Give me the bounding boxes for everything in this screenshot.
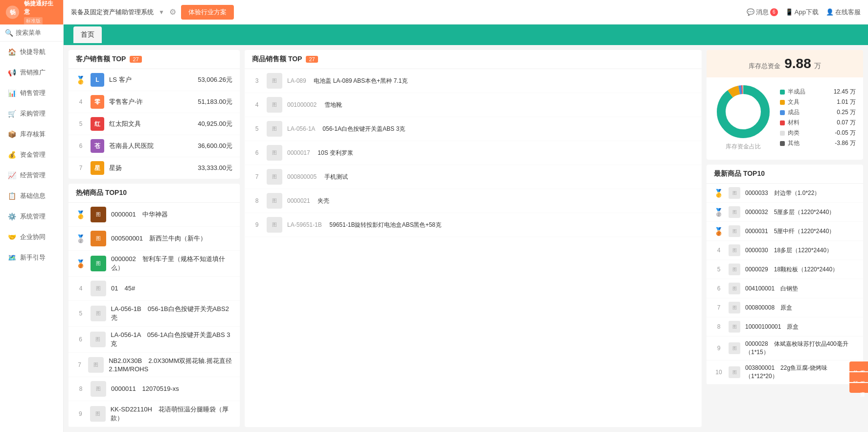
service-community-btn[interactable]: 服务社区 [849,372,868,382]
hot-product-img-2: 图 [91,231,106,246]
home-icon: 🏠 [7,48,16,56]
messages-btn[interactable]: 💬 消息 6 [747,8,778,17]
sidebar-nav: 🏠 快捷导航 📢 营销推广 📊 销售管理 🛒 采购管理 📦 库存核算 💰 资金管… [0,42,63,432]
hot-product-info-2: 000500001 新西兰牛肉（新牛） [111,234,206,243]
hot-product-5: 5 图 LA-056-1B 056-1B白色按键开关壳ABS2壳 [69,301,240,327]
rank-item-4: 4 零 零售客户-许 51,183.00元 [69,91,240,113]
marketing-icon: 📢 [7,68,16,77]
trial-button[interactable]: 体验行业方案 [181,5,234,20]
legend-label-5: 其他 [788,139,832,147]
logo-text: 畅捷通好生意 [24,0,58,16]
goods-img-5: 图 [267,121,282,137]
sidebar-item-inventory[interactable]: 📦 库存核算 [0,124,63,144]
hot-product-info-1: 0000001 中华神器 [111,210,168,219]
hot-rank-num-9: 9 [76,410,85,417]
hot-rank-medal-2: 🥈 [76,234,86,243]
sidebar-item-enterprise[interactable]: 🤝 企业协同 [0,227,63,247]
goods-rank-8: 8 图 0000021 夹壳 [245,189,702,213]
goods-img-3: 图 [267,73,282,89]
sidebar-item-system[interactable]: ⚙️ 系统管理 [0,206,63,227]
sidebar-item-shortcuts[interactable]: 🏠 快捷导航 [0,42,63,62]
goods-info-9: LA-59651-1B 59651-1B旋转投影灯电池盒ABS黑色+58克 [287,221,694,229]
new-rank-5: 5 [714,266,724,273]
new-product-img-3: 图 [729,225,740,237]
hot-products-panel: 热销商品 TOP10 🥇 图 0000001 中华神器 🥈 [69,184,240,427]
new-product-info-5: 0000029 18颗粒板（1220*2440） [745,265,856,274]
inventory-panel: 库存总资金 9.88 万 [707,50,863,160]
dropdown-icon[interactable]: ▼ [159,9,164,16]
hot-product-info-6: LA-056-1A 056-1A白色按键开关盖ABS 3克 [111,331,232,348]
service-live-btn[interactable]: 直播 [849,383,868,393]
system-name: 装备及固定资产辅助管理系统 [71,8,154,17]
newest-products-panel: 最新商品 TOP10 🥇 图 0000033 封边带（1.0*22） 🥈 图 0… [707,165,863,384]
goods-rank-num-3: 3 [252,77,262,84]
search-label: 搜索菜单 [16,28,41,37]
inventory-amount: 9.88 [784,56,811,71]
basic-info-icon: 📋 [7,192,16,200]
phone-icon: 📱 [785,8,793,16]
online-service-btn[interactable]: 👤 在线客服 [826,8,861,17]
new-product-6: 6 图 004100001 白钢垫 [707,279,863,298]
sidebar-item-sales[interactable]: 📊 销售管理 [0,83,63,103]
newest-products-header: 最新商品 TOP10 [707,165,863,184]
rank-name-6: 苍南县人民医院 [109,142,193,150]
goods-info-3: LA-089 电池盖 LA-089 ABS本色+黑种 7.1克 [287,77,694,85]
app-download-btn[interactable]: 📱 App下载 [785,8,819,17]
goods-rank-num-7: 7 [252,173,262,180]
rank-medal-1: 🥇 [76,75,86,85]
rank-name-1: LS 客户 [109,75,193,84]
new-product-img-2: 图 [729,206,740,218]
rank-name-5: 红太阳文具 [109,120,193,128]
service-hotline-btn[interactable]: 客服热线 [849,361,868,371]
nav-label-shortcuts: 快捷导航 [20,48,46,56]
goods-rank-badge: 27 [306,56,318,63]
middle-panel: 商品销售额 TOP 27 3 图 LA-089 电池盖 LA-089 ABS本色… [245,50,702,427]
breadcrumb-home[interactable]: 首页 [73,26,102,43]
sidebar-item-marketing[interactable]: 📢 营销推广 [0,62,63,83]
legend-item-2: 成品 0.25 万 [780,108,856,117]
newest-products-list: 🥇 图 0000033 封边带（1.0*22） 🥈 图 0000032 5厘多层… [707,184,863,384]
customer-rank-header: 客户销售额 TOP 27 [69,50,240,69]
hot-product-1: 🥇 图 0000001 中华神器 [69,203,240,227]
sidebar-item-finance[interactable]: 💰 资金管理 [0,144,63,165]
new-product-info-4: 0000030 18多层（1220*2440） [745,246,856,255]
goods-rank-5: 5 图 LA-056-1A 056-1A白色按键开关盖ABS 3克 [245,117,702,141]
new-rank-6: 6 [714,285,724,292]
sidebar-item-guide[interactable]: 🗺️ 新手引导 [0,247,63,268]
hot-rank-medal-3: 🥉 [76,259,86,268]
header-right: 💬 消息 6 📱 App下载 👤 在线客服 [747,8,861,17]
new-rank-8: 8 [714,323,724,330]
rank-num-4: 4 [76,98,86,105]
hot-product-7: 7 图 NB2.0X30B 2.0X30MM双摇花轴.摇花直径2.1MM/ROH… [69,353,240,377]
hot-product-img-3: 图 [91,256,106,271]
sidebar-item-purchase[interactable]: 🛒 采购管理 [0,103,63,124]
avatar-6: 苍 [91,139,104,153]
search-menu[interactable]: 🔍 搜索菜单 [0,24,63,42]
goods-info-5: LA-056-1A 056-1A白色按键开关盖ABS 3克 [287,125,694,133]
hot-product-9: 9 图 KK-SD22110H 花语萌恒温分腿睡袋（厚款） [69,401,240,427]
new-rank-4: 4 [714,247,724,254]
settings-icon[interactable]: ⚙ [169,7,176,17]
sidebar-item-basic-info[interactable]: 📋 基础信息 [0,186,63,206]
nav-label-inventory: 库存核算 [20,130,46,139]
avatar-5: 红 [91,117,104,131]
breadcrumb-home-label: 首页 [81,30,94,38]
new-product-7: 7 图 000800008 原盒 [707,298,863,317]
breadcrumb-bar: 首页 [64,24,868,45]
customer-rank-badge: 27 [130,56,141,63]
goods-img-7: 图 [267,169,282,185]
new-rank-9: 9 [714,345,724,352]
goods-rank-header: 商品销售额 TOP 27 [245,50,702,69]
sidebar-item-operations[interactable]: 📈 经营管理 [0,165,63,186]
hot-rank-num-8: 8 [76,385,86,392]
finance-icon: 💰 [7,150,16,159]
legend-value-2: 0.25 万 [837,108,856,117]
rank-item-6: 6 苍 苍南县人民医院 36,600.00元 [69,135,240,157]
service-float: 客服热线 服务社区 直播 [849,361,868,393]
hot-product-img-4: 图 [91,281,106,296]
hot-product-info-7: NB2.0X30B 2.0X30MM双摇花轴.摇花直径2.1MM/ROHS [109,357,232,373]
rank-amount-1: 53,006.26元 [198,75,232,84]
legend-label-2: 成品 [788,108,834,117]
left-panel: 客户销售额 TOP 27 🥇 L LS 客户 53,006.26元 4 零 [69,50,240,427]
right-panel: 库存总资金 9.88 万 [707,50,863,427]
